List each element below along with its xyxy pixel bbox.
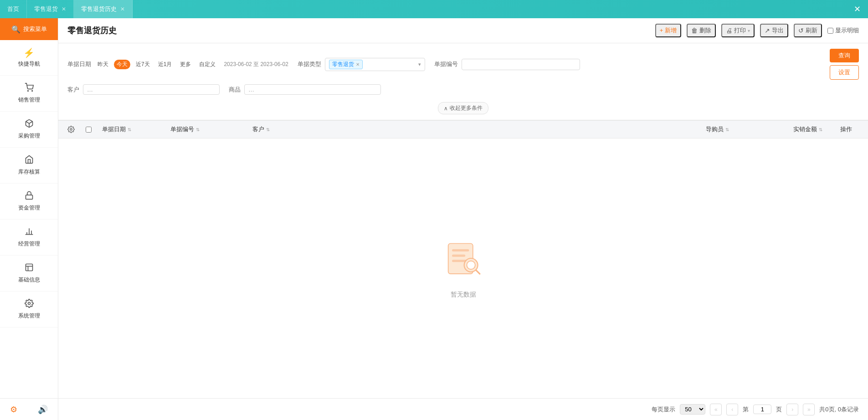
sidebar-item-operation[interactable]: 经营管理 bbox=[0, 220, 58, 256]
refresh-button[interactable]: ↺ 刷新 bbox=[794, 24, 822, 37]
settings-bottom-icon[interactable]: ⚙ bbox=[10, 405, 17, 415]
svg-point-1 bbox=[31, 91, 32, 92]
query-button[interactable]: 查询 bbox=[830, 49, 859, 62]
filter-group-date: 单据日期 昨天 今天 近7天 近1月 更多 自定义 2023-06-02 至 2… bbox=[67, 60, 288, 69]
search-icon: 🔍 bbox=[11, 25, 21, 34]
next-page-button[interactable]: › bbox=[786, 404, 798, 415]
date-opt-more[interactable]: 更多 bbox=[177, 60, 194, 69]
date-opt-custom[interactable]: 自定义 bbox=[196, 60, 218, 69]
export-button[interactable]: ↗ 导出 bbox=[760, 24, 788, 37]
page-prefix: 第 bbox=[743, 405, 749, 414]
goods-select[interactable]: … bbox=[244, 84, 381, 95]
doc-icon bbox=[25, 263, 34, 274]
sidebar-item-sales-mgmt[interactable]: 销售管理 bbox=[0, 76, 58, 112]
date-opt-1month[interactable]: 近1月 bbox=[155, 60, 175, 69]
goods-filter-label: 商品 bbox=[229, 86, 241, 94]
show-detail-checkbox[interactable] bbox=[827, 28, 833, 34]
filter-row-2: 客户 … 商品 … bbox=[67, 84, 859, 95]
empty-state: 暂无数据 bbox=[58, 138, 868, 398]
page-header: 零售退货历史 + 新增 🗑 删除 🖨 打印 ▾ ↗ 导出 bbox=[58, 18, 868, 43]
th-checkbox[interactable] bbox=[80, 127, 97, 133]
date-opt-today[interactable]: 今天 bbox=[114, 60, 130, 69]
new-button[interactable]: + 新增 bbox=[655, 24, 681, 37]
lock-icon bbox=[25, 191, 34, 202]
amount-sort-icon: ⇅ bbox=[819, 127, 822, 132]
delete-icon: 🗑 bbox=[691, 27, 698, 34]
th-settings[interactable] bbox=[62, 126, 80, 133]
sidebar-item-finance[interactable]: 资金管理 bbox=[0, 184, 58, 220]
refresh-icon: ↺ bbox=[798, 27, 804, 34]
collapse-icon: ∧ bbox=[444, 105, 448, 112]
sidebar-item-system[interactable]: 系统管理 bbox=[0, 292, 58, 328]
th-amount[interactable]: 实销金额 ⇅ bbox=[773, 125, 828, 133]
date-filter-label: 单据日期 bbox=[67, 60, 91, 68]
doctype-filter-label: 单据类型 bbox=[298, 60, 321, 68]
audio-icon[interactable]: 🔊 bbox=[38, 405, 48, 415]
sidebar-item-purchase-mgmt[interactable]: 采购管理 bbox=[0, 112, 58, 148]
pagination-bar: 每页显示 50 20 100 « ‹ 第 页 › » 共0页, 0条记录 bbox=[58, 398, 868, 420]
first-page-button[interactable]: « bbox=[710, 404, 722, 415]
page-number-input[interactable] bbox=[753, 405, 771, 414]
prev-page-button[interactable]: ‹ bbox=[726, 404, 738, 415]
doctype-tag-close[interactable]: ✕ bbox=[356, 62, 360, 67]
gear-icon bbox=[25, 299, 34, 310]
svg-rect-14 bbox=[452, 249, 469, 251]
collapse-filter-button[interactable]: ∧ 收起更多条件 bbox=[438, 102, 488, 114]
th-docno[interactable]: 单据编号 ⇅ bbox=[165, 125, 247, 133]
tab-retail-return-history[interactable]: 零售退货历史 ✕ bbox=[74, 0, 133, 18]
sidebar-search-button[interactable]: 🔍 搜索菜单 bbox=[0, 18, 58, 40]
th-action: 操作 bbox=[828, 125, 864, 133]
page-title: 零售退货历史 bbox=[67, 25, 117, 36]
customer-select[interactable]: … bbox=[83, 84, 220, 95]
filter-group-docno: 单据编号 bbox=[434, 59, 580, 70]
sidebar-item-basic-info[interactable]: 基础信息 bbox=[0, 256, 58, 292]
tab-list: 首页 零售退货 ✕ 零售退货历史 ✕ bbox=[0, 0, 847, 18]
docno-sort-icon: ⇅ bbox=[196, 127, 200, 132]
date-opt-yesterday[interactable]: 昨天 bbox=[95, 60, 111, 69]
date-opt-7days[interactable]: 近7天 bbox=[133, 60, 153, 69]
svg-rect-3 bbox=[26, 195, 32, 199]
tab-retail-return[interactable]: 零售退货 ✕ bbox=[27, 0, 74, 18]
doctype-dropdown-icon: ▾ bbox=[418, 61, 421, 67]
delete-button[interactable]: 🗑 删除 bbox=[687, 24, 716, 37]
last-page-button[interactable]: » bbox=[803, 404, 815, 415]
date-options: 昨天 今天 近7天 近1月 更多 自定义 bbox=[95, 60, 218, 69]
sidebar-bottom-bar: ⚙ 🔊 bbox=[0, 398, 58, 420]
print-dropdown-icon: ▾ bbox=[748, 28, 750, 33]
svg-line-19 bbox=[476, 270, 479, 274]
sidebar-items-list: ⚡ 快捷导航 销售管理 采购管理 bbox=[0, 40, 58, 398]
docno-filter-label: 单据编号 bbox=[434, 60, 458, 68]
svg-rect-15 bbox=[452, 255, 465, 257]
sidebar-item-inventory[interactable]: 库存核算 bbox=[0, 148, 58, 184]
th-guide[interactable]: 导购员 ⇅ bbox=[700, 125, 773, 133]
th-customer[interactable]: 客户 ⇅ bbox=[247, 125, 700, 133]
filter-group-customer: 客户 … bbox=[67, 84, 220, 95]
tab-retail-return-close[interactable]: ✕ bbox=[62, 6, 66, 12]
empty-text: 暂无数据 bbox=[451, 291, 476, 299]
tab-retail-return-history-close[interactable]: ✕ bbox=[120, 6, 125, 12]
export-icon: ↗ bbox=[765, 27, 770, 34]
customer-sort-icon: ⇅ bbox=[266, 127, 270, 132]
page-size-select[interactable]: 50 20 100 bbox=[680, 404, 705, 415]
tab-home[interactable]: 首页 bbox=[0, 0, 27, 18]
box-icon bbox=[25, 119, 34, 130]
show-detail-checkbox-label[interactable]: 显示明细 bbox=[827, 26, 859, 35]
window-close-button[interactable]: ✕ bbox=[847, 4, 868, 14]
print-icon: 🖨 bbox=[726, 27, 732, 34]
filter-group-goods: 商品 … bbox=[229, 84, 381, 95]
main-layout: 🔍 搜索菜单 ⚡ 快捷导航 销售管理 bbox=[0, 18, 868, 420]
set-button[interactable]: 设置 bbox=[830, 65, 859, 80]
top-bar: 首页 零售退货 ✕ 零售退货历史 ✕ ✕ bbox=[0, 0, 868, 18]
th-date[interactable]: 单据日期 ⇅ bbox=[97, 125, 165, 133]
table-header: 单据日期 ⇅ 单据编号 ⇅ 客户 ⇅ 导购员 ⇅ 实销金额 ⇅ bbox=[58, 120, 868, 138]
main-content: 零售退货历史 + 新增 🗑 删除 🖨 打印 ▾ ↗ 导出 bbox=[58, 18, 868, 420]
date-sort-icon: ⇅ bbox=[128, 127, 131, 132]
docno-input[interactable] bbox=[462, 59, 580, 70]
guide-sort-icon: ⇅ bbox=[725, 127, 729, 132]
print-button[interactable]: 🖨 打印 ▾ bbox=[721, 24, 755, 37]
select-all-checkbox[interactable] bbox=[86, 127, 92, 133]
sidebar-item-quick-nav[interactable]: ⚡ 快捷导航 bbox=[0, 40, 58, 76]
doctype-select[interactable]: 零售退货 ✕ ▾ bbox=[325, 58, 425, 71]
filter-group-doctype: 单据类型 零售退货 ✕ ▾ bbox=[298, 58, 425, 71]
svg-point-11 bbox=[28, 302, 30, 305]
